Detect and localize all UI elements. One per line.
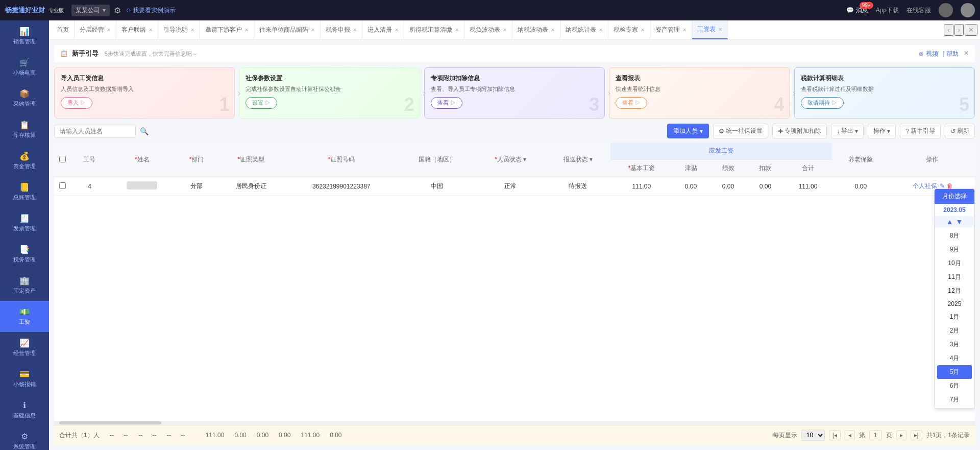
refresh-button[interactable]: ↺刷新 — [945, 124, 975, 138]
unified-settings-button[interactable]: ⚙统一社保设置 — [713, 124, 768, 138]
guide-help-btn[interactable]: | 帮助 — [943, 50, 959, 58]
tab-邀请下游客户[interactable]: 邀请下游客户✕ — [200, 21, 254, 39]
month-item-9月[interactable]: 9月 — [935, 243, 974, 256]
month-item-1月[interactable]: 1月 — [935, 310, 974, 324]
close-tab-3[interactable]: ✕ — [190, 27, 194, 33]
month-nav-down[interactable]: ▼ — [956, 218, 963, 226]
add-person-button[interactable]: 添加人员 ▾ — [667, 124, 709, 138]
sidebar-item-固定资产[interactable]: 🏢固定资产 — [0, 270, 49, 301]
user-avatar[interactable] — [939, 3, 953, 17]
online-service-btn[interactable]: 在线客服 — [906, 6, 931, 15]
month-item-3月[interactable]: 3月 — [935, 338, 974, 351]
close-tab-13[interactable]: ✕ — [682, 27, 687, 33]
per-page-select[interactable]: 10 20 50 — [801, 430, 825, 441]
prev-page-btn[interactable]: ◂ — [845, 430, 855, 440]
step-btn-1[interactable]: 导入 ▷ — [61, 97, 92, 109]
month-item-12月[interactable]: 12月 — [935, 284, 974, 298]
close-tab-8[interactable]: ✕ — [455, 27, 459, 33]
next-page-btn[interactable]: ▸ — [896, 430, 906, 440]
sidebar-item-系统管理[interactable]: ⚙系统管理 — [0, 425, 49, 450]
cell-status-0: 正常 — [476, 177, 545, 196]
scroll-thumb[interactable] — [59, 421, 161, 424]
month-item-4月[interactable]: 4月 — [935, 351, 974, 365]
sidebar-item-库存核算[interactable]: 📋库存核算 — [0, 114, 49, 145]
sidebar-item-资金管理[interactable]: 💰资金管理 — [0, 145, 49, 176]
month-item-10月[interactable]: 10月 — [935, 256, 974, 270]
company-dropdown-icon[interactable]: ▾ — [103, 7, 106, 14]
month-item-6月[interactable]: 6月 — [935, 379, 974, 393]
tab-首页[interactable]: 首页 — [52, 21, 75, 39]
sidebar-item-发票管理[interactable]: 🧾发票管理 — [0, 207, 49, 239]
tab-税负波动表[interactable]: 税负波动表✕ — [464, 21, 512, 39]
step-btn-4[interactable]: 查看 ▷ — [616, 97, 647, 109]
sidebar-item-小畅报销[interactable]: 💳小畅报销 — [0, 363, 49, 394]
last-page-btn[interactable]: ▸| — [911, 430, 922, 440]
month-item-2月[interactable]: 2月 — [935, 324, 974, 338]
sidebar-item-销售管理[interactable]: 📊销售管理 — [0, 20, 49, 52]
sidebar-item-小畅电商[interactable]: 🛒小畅电商 — [0, 52, 49, 83]
sidebar-item-采购管理[interactable]: 📦采购管理 — [0, 83, 49, 114]
sidebar-item-工资[interactable]: 💵工资 — [0, 301, 49, 332]
guide-close-btn[interactable]: ✕ — [964, 50, 969, 58]
month-nav-up[interactable]: ▲ — [946, 218, 953, 226]
app-download-btn[interactable]: App下载 — [876, 6, 899, 15]
tab-往来单位商品编码[interactable]: 往来单位商品编码✕ — [254, 21, 321, 39]
export-button[interactable]: ↓导出 ▾ — [831, 124, 864, 138]
sidebar-item-经营管理[interactable]: 📈经营管理 — [0, 332, 49, 363]
close-tab-6[interactable]: ✕ — [353, 27, 357, 33]
tab-分层经营[interactable]: 分层经营✕ — [75, 21, 116, 39]
sidebar-item-基础信息[interactable]: ℹ基础信息 — [0, 394, 49, 425]
special-deduction-button[interactable]: ✚专项附加扣除 — [772, 124, 827, 138]
row-checkbox-0[interactable] — [59, 182, 66, 189]
settings-icon[interactable]: ⚙ — [114, 6, 121, 15]
sidebar-item-总账管理[interactable]: 📒总账管理 — [0, 176, 49, 207]
tab-进入清册[interactable]: 进入清册✕ — [362, 21, 404, 39]
close-tab-7[interactable]: ✕ — [395, 27, 399, 33]
guide-button[interactable]: ?新手引导 — [900, 124, 941, 138]
month-item-7月[interactable]: 7月 — [935, 393, 974, 407]
horizontal-scrollbar[interactable] — [54, 421, 975, 425]
tab-所得税汇算清缴[interactable]: 所得税汇算清缴✕ — [404, 21, 464, 39]
step-btn-2[interactable]: 设置 ▷ — [246, 97, 277, 109]
demo-link[interactable]: ⊙ 我要看实例演示 — [126, 6, 176, 15]
month-item-11月[interactable]: 11月 — [935, 270, 974, 284]
select-all-checkbox[interactable] — [59, 156, 66, 162]
company-avatar[interactable] — [961, 3, 975, 17]
actions-button[interactable]: 操作 ▾ — [868, 124, 896, 138]
month-item-8月[interactable]: 8月 — [935, 229, 974, 243]
op-social-insurance-0[interactable]: 个人社保 — [913, 182, 937, 190]
close-tab-1[interactable]: ✕ — [107, 27, 111, 33]
close-tab-5[interactable]: ✕ — [311, 27, 315, 33]
company-selector[interactable]: 某某公司 — [76, 6, 100, 15]
close-tab-9[interactable]: ✕ — [503, 27, 507, 33]
month-item-2025[interactable]: 2025 — [935, 298, 974, 310]
close-tab-14[interactable]: ✕ — [718, 27, 722, 32]
close-tab-11[interactable]: ✕ — [599, 27, 603, 33]
close-tab-4[interactable]: ✕ — [244, 27, 249, 33]
step-btn-3[interactable]: 查看 ▷ — [431, 97, 462, 109]
tab-工资表[interactable]: 工资表✕ — [692, 21, 728, 39]
close-tab-10[interactable]: ✕ — [551, 27, 555, 33]
tab-scroll-left[interactable]: ‹ — [944, 24, 953, 36]
tab-close-all[interactable]: ✕ — [965, 24, 977, 36]
table-scroll[interactable]: 工号 *姓名 *部门 *证照类型 *证照号码 国籍（地区） *人员状态 ▾ 报送… — [54, 143, 975, 421]
tab-引导说明[interactable]: 引导说明✕ — [158, 21, 200, 39]
tab-纳税统计表[interactable]: 纳税统计表✕ — [560, 21, 608, 39]
step-btn-5[interactable]: 敬请期待 ▷ — [801, 97, 844, 109]
guide-video-btn[interactable]: ⊙ 视频 — [919, 50, 938, 58]
tab-资产管理[interactable]: 资产管理✕ — [650, 21, 692, 39]
tab-纳税波动表[interactable]: 纳税波动表✕ — [512, 21, 560, 39]
first-page-btn[interactable]: |◂ — [829, 430, 841, 440]
close-tab-2[interactable]: ✕ — [149, 27, 153, 33]
month-item-5月[interactable]: 5月 — [937, 365, 972, 379]
search-input[interactable] — [54, 125, 136, 138]
tab-税务申报[interactable]: 税务申报✕ — [321, 21, 362, 39]
tab-客户联络[interactable]: 客户联络✕ — [116, 21, 158, 39]
sidebar-item-税务管理[interactable]: 📑税务管理 — [0, 239, 49, 270]
close-tab-12[interactable]: ✕ — [641, 27, 645, 33]
tab-scroll-right[interactable]: › — [954, 24, 964, 36]
message-btn[interactable]: 💬 消息 99+ — [846, 6, 868, 15]
search-button[interactable]: 🔍 — [140, 127, 149, 135]
current-year-display: 2023.05 — [935, 204, 974, 216]
tab-税检专家[interactable]: 税检专家✕ — [608, 21, 650, 39]
